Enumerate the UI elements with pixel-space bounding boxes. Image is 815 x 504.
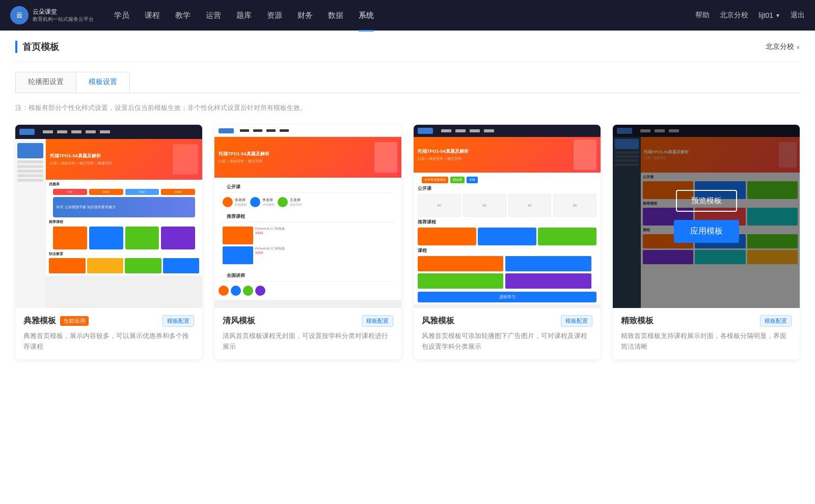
t3-tag-2: 精品课 xyxy=(450,177,465,183)
nav-item-finance[interactable]: 财务 xyxy=(297,9,313,22)
nav-item-data[interactable]: 数据 xyxy=(328,9,343,22)
template-desc-2: 清风首页模板课程无封面，可设置按学科分类对课程进行展示 xyxy=(223,331,393,352)
template-name-3: 风雅模板 xyxy=(422,316,454,326)
template-name-4: 精致模板 xyxy=(621,316,654,326)
tab-carousel[interactable]: 轮播图设置 xyxy=(15,72,76,93)
t2-thumb-2 xyxy=(223,246,253,264)
t2-info-1: PyTorch从入门到实战 ¥499 xyxy=(255,227,285,244)
mock-template-2: 托福TPO1-54真题及解析 口语 ○ 综合写作 ○ 独立写作 公开课 xyxy=(214,125,401,308)
t3-banner: 托福TPO1-54真题及解析 口语 ○ 综合写作 ○ 独立写作 xyxy=(414,137,601,173)
nav-user-arrow: ▼ xyxy=(775,13,780,18)
card-footer-3: 风雅模板 模板配置 风雅首页模板可添加轮播图下广告图片，可对课程及课程包设置学科… xyxy=(414,308,601,359)
card-title-row-4: 精致模板 模板配置 xyxy=(621,315,792,327)
t3-section-title-1: 公开课 xyxy=(418,185,596,192)
logo-title: 云朵课堂 xyxy=(33,8,94,16)
note-text: 注：模板有部分个性化样式设置，设置后仅当前模板生效；非个性化样式设置后针对所有模… xyxy=(15,103,800,113)
nav-logout[interactable]: 退出 xyxy=(791,11,805,20)
t1-promo-text: 30天 让你摆脱平媒 知识使你更有魅力 xyxy=(56,205,116,210)
nav-user[interactable]: lijt01 ▼ xyxy=(758,11,780,19)
t3-tag-row: 全学科优惠课程 精品课 专辑 xyxy=(422,177,592,183)
template-desc-1: 典雅首页模板，展示内容较多，可以展示优惠券和多个推荐课程 xyxy=(23,331,194,352)
t1-coupon-3: ¥30 xyxy=(125,189,159,195)
preview-button-4[interactable]: 预览模板 xyxy=(676,190,737,212)
nav-help[interactable]: 帮助 xyxy=(695,11,710,20)
navbar-left: 云 云朵课堂 教育机构一站式服务云平台 学员 课程 教学 运营 题库 资源 财务… xyxy=(10,6,374,24)
t3-header xyxy=(414,125,601,137)
navbar-right: 帮助 北京分校 lijt01 ▼ 退出 xyxy=(695,11,805,20)
t3-rec-banner-2 xyxy=(478,228,536,245)
template-preview-4: 托福TPO1-54真题及解析 口语 ○ 综合写作 公开课 xyxy=(613,125,800,308)
config-badge-3[interactable]: 模板配置 xyxy=(561,315,592,327)
card-title-row-3: 风雅模板 模板配置 xyxy=(422,315,592,327)
nav-item-teaching[interactable]: 教学 xyxy=(175,9,191,22)
nav-username: lijt01 xyxy=(758,11,773,19)
t2-banner: 托福TPO1-54真题及解析 口语 ○ 综合写作 ○ 独立写作 xyxy=(214,137,401,178)
card-footer-1: 典雅模板 当前应用 模板配置 典雅首页模板，展示内容较多，可以展示优惠券和多个推… xyxy=(15,308,202,359)
t3-course-2 xyxy=(505,256,591,271)
t3-course-1 xyxy=(418,256,503,271)
logo-subtitle: 教育机构一站式服务云平台 xyxy=(33,16,94,23)
t1-rec-card-3 xyxy=(125,227,159,249)
t2-avatar-1 xyxy=(223,197,233,207)
t1-coupon-row: ¥30 ¥200 ¥30 ¥200 xyxy=(53,189,195,195)
t2-section-title-2: 推荐课程 xyxy=(223,209,393,222)
template-name-1: 典雅模板 xyxy=(23,316,56,326)
card-title-row-1: 典雅模板 当前应用 模板配置 xyxy=(23,315,194,327)
card-title-row-2: 清风模板 模板配置 xyxy=(223,315,393,327)
t2-teacher-1: 张老师 托福课程 xyxy=(223,197,247,207)
t3-tag-3: 专辑 xyxy=(467,177,478,183)
t2-thumb-1 xyxy=(223,227,253,244)
t1-coupon-1: ¥30 xyxy=(53,189,87,195)
t3-rec-banner-1 xyxy=(418,228,476,245)
t1-rec-card-1 xyxy=(53,227,87,249)
mock-template-1: 托福TPO1-54真题及解析 口语 ○ 综合写作 ○ 独立写作 ○ 阅读写作 优… xyxy=(15,125,202,308)
t2-teacher-2: 李老师 VPN课程 xyxy=(250,197,275,207)
t3-course-3 xyxy=(418,273,503,289)
t2-teachers: 张老师 托福课程 李老师 VPN课程 xyxy=(219,195,397,209)
nav-branch[interactable]: 北京分校 xyxy=(720,11,748,20)
apply-button-4[interactable]: 应用模板 xyxy=(674,220,739,243)
config-badge-4[interactable]: 模板配置 xyxy=(760,315,792,327)
nav-item-operations[interactable]: 运营 xyxy=(206,9,221,22)
template-overlay-4: 预览模板 应用模板 xyxy=(613,125,800,308)
nav-item-resources[interactable]: 资源 xyxy=(267,9,282,22)
t2-teacher-3: 王老师 综合写作 xyxy=(278,197,302,207)
t2-section-title-3: 全国讲师 xyxy=(223,268,393,282)
template-desc-3: 风雅首页模板可添加轮播图下广告图片，可对课程及课程包设置学科分类展示 xyxy=(422,331,592,352)
template-card-2: 托福TPO1-54真题及解析 口语 ○ 综合写作 ○ 独立写作 公开课 xyxy=(214,125,401,359)
t1-coupon-2: ¥200 xyxy=(89,189,123,195)
t1-rec-card-2 xyxy=(89,227,123,249)
nav-item-questions[interactable]: 题库 xyxy=(236,9,252,22)
page-title: 首页模板 xyxy=(15,41,59,53)
config-badge-1[interactable]: 模板配置 xyxy=(162,315,194,327)
t2-avatar-2 xyxy=(250,197,260,207)
t2-info-2: PyTorch从入门到实战 ¥499 xyxy=(255,246,285,264)
t1-banner: 托福TPO1-54真题及解析 口语 ○ 综合写作 ○ 独立写作 ○ 阅读写作 xyxy=(46,139,202,180)
t2-teacher-info-2: 李老师 VPN课程 xyxy=(262,198,275,207)
t3-tag-1: 全学科优惠课程 xyxy=(422,177,448,183)
tab-template[interactable]: 模板设置 xyxy=(76,72,130,93)
nav-menu: 学员 课程 教学 运营 题库 资源 财务 数据 系统 xyxy=(114,9,374,22)
nav-item-courses[interactable]: 课程 xyxy=(145,9,160,22)
t3-rec-banner-row xyxy=(418,228,596,245)
t1-banner-text: 托福TPO1-54真题及解析 口语 ○ 综合写作 ○ 独立写作 ○ 阅读写作 xyxy=(50,153,169,166)
template-preview-3: 托福TPO1-54真题及解析 口语 ○ 综合写作 ○ 独立写作 全学科优惠课程 … xyxy=(414,125,601,308)
template-preview-1: 托福TPO1-54真题及解析 口语 ○ 综合写作 ○ 独立写作 ○ 阅读写作 优… xyxy=(15,125,202,308)
card-footer-2: 清风模板 模板配置 清风首页模板课程无封面，可设置按学科分类对课程进行展示 xyxy=(214,308,401,359)
nav-item-students[interactable]: 学员 xyxy=(114,9,129,22)
template-preview-2: 托福TPO1-54真题及解析 口语 ○ 综合写作 ○ 独立写作 公开课 xyxy=(214,125,401,308)
t2-teacher-info-1: 张老师 托福课程 xyxy=(235,198,247,207)
card-footer-4: 精致模板 模板配置 精致首页模板支持课程展示封面，各模板分隔明显，界面简洁清晰 xyxy=(613,308,800,359)
t3-rec-banner-3 xyxy=(538,228,596,245)
logo: 云 云朵课堂 教育机构一站式服务云平台 xyxy=(10,6,94,24)
template-card-3: 托福TPO1-54真题及解析 口语 ○ 综合写作 ○ 独立写作 全学科优惠课程 … xyxy=(414,125,601,359)
t2-avatar-3 xyxy=(278,197,288,207)
tab-bar: 轮播图设置 模板设置 xyxy=(15,72,800,93)
nav-item-system[interactable]: 系统 xyxy=(359,9,374,22)
t3-course-grid xyxy=(418,256,596,289)
logo-text: 云朵课堂 教育机构一站式服务云平台 xyxy=(33,8,94,23)
t1-coupon-4: ¥200 xyxy=(161,189,195,195)
config-badge-2[interactable]: 模板配置 xyxy=(362,315,393,327)
branch-selector[interactable]: 北京分校 ∨ xyxy=(766,42,800,51)
t1-rec-courses xyxy=(53,227,195,249)
